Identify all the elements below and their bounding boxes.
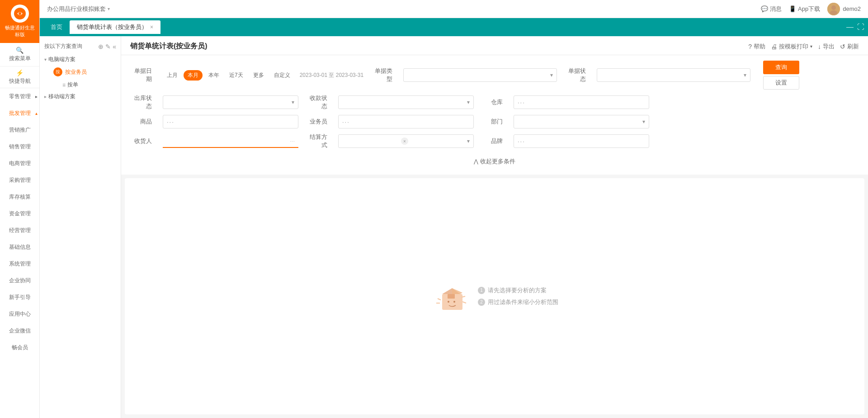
refresh-button[interactable]: ↺ 刷新: [840, 43, 859, 51]
help-button[interactable]: ? 帮助: [748, 43, 765, 51]
username-label: demo2: [843, 5, 861, 12]
add-scheme-icon[interactable]: ⊕: [98, 43, 104, 50]
filter-row-3: 商品 ··· 业务员 ··· 部门 ▾: [130, 115, 859, 128]
tip-1-icon: 1: [478, 287, 485, 294]
empty-tip-2: 2 用过滤条件来缩小分析范围: [478, 296, 558, 308]
sidebar-label-retail: 零售管理: [2, 93, 38, 100]
page-content: 按以下方案查询 ⊕ ✎ « ▾ 电脑端方案 按 按业务员: [40, 36, 868, 418]
tab-home-label: 首页: [51, 23, 62, 31]
salesperson-label: 业务员: [306, 118, 331, 126]
chevron-down-icon: ▾: [744, 72, 746, 78]
mobile-icon: 📱: [789, 5, 796, 12]
warehouse-select[interactable]: ···: [514, 95, 649, 109]
sidebar-label-purchase: 采购管理: [2, 176, 38, 184]
query-button[interactable]: 查询: [763, 61, 799, 74]
main-area: 办公用品行业模拟账套 ▾ 💬 消息 📱 App下载: [40, 0, 868, 418]
sidebar-item-enterprise[interactable]: 企业协同: [0, 272, 39, 289]
window-maximize-icon[interactable]: ⛶: [857, 23, 864, 31]
sidebar-item-search[interactable]: 🔍 搜索菜单: [0, 43, 39, 66]
tab-close-icon[interactable]: ×: [150, 24, 153, 30]
tab-home[interactable]: 首页: [43, 20, 70, 34]
sidebar-item-system[interactable]: 系统管理: [0, 256, 39, 272]
sidebar-item-wholesale[interactable]: 批发管理 ▴: [0, 105, 39, 122]
tip-2-text: 用过滤条件来缩小分析范围: [488, 296, 558, 308]
sidebar-item-app-center[interactable]: 应用中心: [0, 306, 39, 323]
payment-method-select[interactable]: × ▾: [338, 134, 474, 148]
payment-method-label: 结算方式: [306, 133, 331, 149]
sidebar-item-ecommerce[interactable]: 电商管理: [0, 155, 39, 172]
receiver-placeholder: ···: [290, 138, 295, 144]
receiver-input[interactable]: ···: [163, 134, 298, 148]
sidebar-item-marketing[interactable]: 营销推广: [0, 122, 39, 138]
sidebar-label-wechat: 企业微信: [2, 327, 38, 335]
collapse-panel-icon[interactable]: «: [113, 43, 116, 50]
desktop-scheme-header[interactable]: ▾ 电脑端方案: [40, 54, 121, 65]
company-selector[interactable]: 办公用品行业模拟账套 ▾: [47, 5, 110, 13]
header-right: 💬 消息 📱 App下载 demo2: [761, 3, 861, 15]
sidebar-item-inventory[interactable]: 库存核算: [0, 189, 39, 205]
collapse-button[interactable]: ⋀ 收起更多条件: [468, 156, 521, 167]
sidebar-item-quick-nav[interactable]: ⚡ 快捷导航: [0, 66, 39, 88]
date-tab-last-month[interactable]: 上月: [163, 70, 182, 81]
window-minimize-icon[interactable]: —: [846, 23, 854, 31]
sidebar-item-finance[interactable]: 资金管理: [0, 205, 39, 222]
bill-type-select[interactable]: ▾: [403, 68, 557, 82]
refresh-label: 刷新: [847, 43, 859, 51]
brand-select[interactable]: ···: [514, 134, 649, 148]
svg-point-1: [19, 12, 21, 15]
filter-row-4: 收货人 ··· 结算方式 × ▾ 品牌 ···: [130, 133, 859, 149]
bill-status-select[interactable]: ▾: [597, 68, 750, 82]
desktop-scheme-section: ▾ 电脑端方案 按 按业务员 ≡ 按单: [40, 54, 121, 91]
date-tab-custom[interactable]: 自定义: [270, 70, 294, 81]
app-logo[interactable]: 畅捷通好生意 标版: [0, 0, 39, 43]
sidebar-item-member[interactable]: 畅会员: [0, 339, 39, 356]
department-select[interactable]: ▾: [514, 115, 649, 128]
sidebar-item-purchase[interactable]: 采购管理: [0, 172, 39, 189]
product-label: 商品: [130, 118, 156, 126]
date-filter: 上月 本月 本年 近7天 更多 自定义 2023-03-01 至 2023-03…: [163, 70, 363, 81]
user-menu[interactable]: demo2: [827, 3, 861, 15]
sidebar-item-new-guide[interactable]: 新手引导: [0, 289, 39, 306]
empty-illustration: [431, 278, 467, 314]
query-buttons: 查询 设置: [763, 61, 799, 90]
date-range-value: 2023-03-01 至 2023-03-31: [300, 71, 363, 79]
sidebar-label-wholesale: 批发管理: [2, 109, 38, 117]
date-tab-this-year[interactable]: 本年: [204, 70, 223, 81]
date-tab-more[interactable]: 更多: [249, 70, 268, 81]
tab-active-label: 销货单统计表（按业务员）: [77, 23, 147, 31]
product-select[interactable]: ···: [163, 115, 298, 128]
settings-button[interactable]: 设置: [763, 76, 799, 90]
message-btn[interactable]: 💬 消息: [761, 5, 782, 13]
salesperson-select[interactable]: ···: [338, 115, 474, 128]
app-download-btn[interactable]: 📱 App下载: [789, 5, 820, 13]
scheme-item-by-bill[interactable]: ≡ 按单: [49, 79, 121, 91]
content-body: 1 请先选择要分析的方案 2 用过滤条件来缩小分析范围: [125, 178, 864, 414]
logo-text: 畅捷通好生意 标版: [4, 24, 36, 38]
out-status-select[interactable]: ▾: [163, 95, 298, 109]
date-tab-this-month[interactable]: 本月: [184, 70, 203, 81]
date-tab-7days[interactable]: 近7天: [225, 70, 247, 81]
sidebar-item-operations[interactable]: 经营管理: [0, 222, 39, 239]
sidebar-item-basic-info[interactable]: 基础信息: [0, 239, 39, 256]
sidebar-item-sales[interactable]: 销售管理: [0, 138, 39, 155]
scheme-panel-header: 按以下方案查询 ⊕ ✎ «: [40, 41, 121, 54]
collapse-icon: ⋀: [474, 158, 478, 165]
scheme-item-by-salesperson[interactable]: 按 按业务员: [49, 65, 121, 79]
export-button[interactable]: ↓ 导出: [818, 43, 835, 51]
clear-payment-icon[interactable]: ×: [401, 138, 408, 145]
warehouse-placeholder: ···: [518, 99, 525, 106]
print-button[interactable]: 🖨 按模板打印 ▾: [771, 43, 812, 51]
mobile-scheme-header[interactable]: ▸ 移动端方案: [40, 91, 121, 102]
chevron-down-icon: ▾: [467, 138, 470, 144]
edit-scheme-icon[interactable]: ✎: [105, 43, 111, 50]
sidebar-label-quick: 快捷导航: [2, 77, 38, 85]
sidebar-item-wechat[interactable]: 企业微信: [0, 323, 39, 339]
empty-state: 1 请先选择要分析的方案 2 用过滤条件来缩小分析范围: [431, 278, 558, 314]
tab-active[interactable]: 销货单统计表（按业务员） ×: [70, 20, 160, 34]
svg-point-9: [448, 301, 449, 303]
sidebar-item-retail[interactable]: 零售管理 ▸: [0, 88, 39, 105]
chevron-right-icon: ▴: [35, 111, 38, 116]
recv-status-select[interactable]: ▾: [338, 95, 474, 109]
chevron-right-icon: ▸: [35, 94, 38, 99]
company-name: 办公用品行业模拟账套: [47, 5, 106, 13]
